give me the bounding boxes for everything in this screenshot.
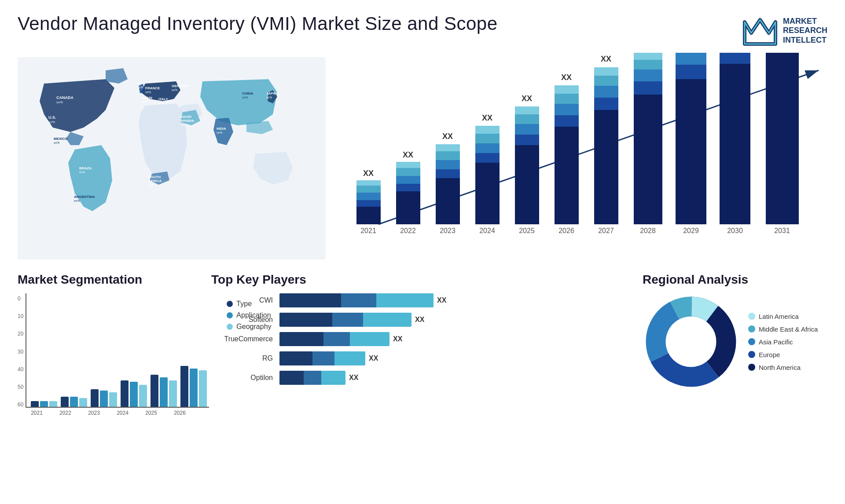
- svg-rect-59: [475, 153, 500, 163]
- svg-rect-87: [634, 81, 662, 95]
- svg-rect-47: [396, 168, 420, 176]
- svg-rect-73: [555, 115, 579, 127]
- legend-europe: Europe: [748, 351, 818, 358]
- seg-bar-app: [70, 397, 78, 407]
- svg-rect-95: [676, 53, 706, 65]
- svg-text:U.S.: U.S.: [48, 115, 56, 120]
- page-title: Vendor Managed Inventory (VMI) Market Si…: [18, 13, 498, 34]
- svg-text:2025: 2025: [519, 227, 535, 234]
- svg-rect-54: [436, 151, 460, 160]
- seg-bar-app: [190, 369, 198, 407]
- legend-label-apac: Asia Pacific: [759, 338, 793, 346]
- player-row-optilon: Optilon XX: [211, 371, 634, 385]
- legend-color-mea: [748, 325, 755, 332]
- svg-rect-74: [555, 104, 579, 115]
- main-content: CANADA xx% U.S. xx% MEXICO xx% BRAZIL xx…: [0, 53, 845, 264]
- svg-text:xx%: xx%: [137, 86, 143, 89]
- seg-bar-type: [121, 380, 129, 407]
- bar-seg3: [350, 332, 389, 346]
- bar-seg3: [363, 313, 411, 327]
- seg-chart-wrapper: 60 50 40 30 20 10 0: [18, 293, 209, 408]
- svg-text:2028: 2028: [640, 227, 656, 234]
- legend-label-europe: Europe: [759, 351, 780, 358]
- svg-text:xx%: xx%: [180, 123, 186, 126]
- svg-text:2029: 2029: [683, 227, 699, 234]
- player-name-optilon: Optilon: [211, 374, 273, 382]
- svg-text:XX: XX: [363, 169, 374, 178]
- svg-rect-80: [594, 98, 618, 110]
- seg-bar-type: [91, 389, 99, 407]
- svg-rect-81: [594, 86, 618, 98]
- players-list: CWI XX Softeon: [211, 293, 634, 385]
- svg-rect-90: [634, 53, 662, 60]
- donut-legend: Latin America Middle East & Africa Asia …: [748, 313, 818, 371]
- seg-bar-app: [40, 401, 48, 407]
- logo-line1: MARKET: [783, 17, 827, 26]
- svg-rect-76: [555, 85, 579, 94]
- player-bar-softeon: XX: [279, 313, 634, 327]
- seg-group-2024: [121, 380, 147, 407]
- svg-text:xx%: xx%: [142, 100, 147, 103]
- donut-chart: [643, 293, 739, 390]
- svg-rect-62: [475, 126, 500, 134]
- svg-text:JAPAN: JAPAN: [266, 91, 278, 95]
- bar-seg1: [279, 371, 304, 385]
- player-row-rg: RG XX: [211, 351, 634, 365]
- legend-label-latin: Latin America: [759, 313, 799, 320]
- svg-rect-89: [634, 60, 662, 69]
- player-row-cwi: CWI XX: [211, 293, 634, 307]
- svg-text:SPAIN: SPAIN: [142, 96, 152, 100]
- svg-rect-38: [356, 200, 381, 207]
- seg-bar-geo: [169, 380, 177, 407]
- donut-container: Latin America Middle East & Africa Asia …: [643, 293, 827, 390]
- svg-text:xx%: xx%: [172, 88, 177, 91]
- svg-text:xx%: xx%: [56, 100, 63, 104]
- map-area: CANADA xx% U.S. xx% MEXICO xx% BRAZIL xx…: [18, 53, 326, 264]
- svg-text:xx%: xx%: [145, 91, 151, 94]
- svg-text:XX: XX: [482, 113, 492, 122]
- svg-text:ARABIA: ARABIA: [180, 119, 194, 123]
- player-row-truecommerce: TrueCommerce XX: [211, 332, 634, 346]
- svg-text:BRAZIL: BRAZIL: [79, 166, 92, 170]
- player-name-rg: RG: [211, 354, 273, 362]
- player-xx-truecommerce: XX: [393, 335, 402, 343]
- seg-bar-geo: [49, 401, 57, 407]
- bottom-section: Market Segmentation 60 50 40 30 20 10 0: [0, 264, 845, 504]
- svg-text:xx%: xx%: [74, 199, 80, 202]
- svg-rect-94: [676, 65, 706, 79]
- svg-text:SOUTH: SOUTH: [148, 175, 161, 179]
- seg-group-2025: [151, 375, 177, 407]
- bar-seg1: [279, 293, 341, 307]
- svg-text:XX: XX: [403, 150, 413, 159]
- legend-north-america: North America: [748, 364, 818, 371]
- svg-text:xx%: xx%: [48, 120, 55, 124]
- legend-asia-pacific: Asia Pacific: [748, 338, 818, 346]
- player-bar-rg: XX: [279, 351, 634, 365]
- svg-rect-51: [436, 178, 460, 224]
- legend-color-apac: [748, 338, 755, 345]
- legend-color-na: [748, 364, 755, 371]
- svg-text:xx%: xx%: [242, 96, 248, 99]
- bar-seg2: [341, 293, 376, 307]
- player-xx-rg: XX: [369, 354, 378, 362]
- svg-text:MEXICO: MEXICO: [54, 137, 68, 141]
- logo-line2: RESEARCH: [783, 26, 827, 36]
- svg-rect-53: [436, 160, 460, 169]
- svg-rect-46: [396, 176, 420, 184]
- svg-rect-79: [594, 110, 618, 224]
- svg-rect-88: [634, 69, 662, 81]
- svg-rect-41: [356, 180, 381, 186]
- svg-rect-37: [356, 207, 381, 224]
- svg-text:xx%: xx%: [54, 141, 59, 144]
- svg-text:xx%: xx%: [79, 171, 85, 174]
- svg-text:xx%: xx%: [158, 102, 164, 105]
- svg-text:2024: 2024: [479, 227, 495, 234]
- player-xx-cwi: XX: [437, 296, 446, 304]
- seg-bar-app: [100, 391, 108, 407]
- svg-rect-67: [515, 124, 539, 135]
- player-name-cwi: CWI: [211, 296, 273, 304]
- svg-text:xx%: xx%: [266, 96, 272, 99]
- player-bar-cwi: XX: [279, 293, 634, 307]
- svg-rect-75: [555, 94, 579, 104]
- seg-group-2026: [180, 366, 207, 407]
